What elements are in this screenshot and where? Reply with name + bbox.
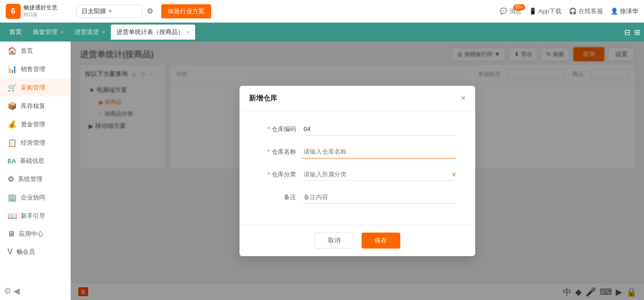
home-icon: 🏠 xyxy=(8,46,17,55)
app-center-icon: 🖥 xyxy=(8,230,15,238)
sidebar-item-purchase[interactable]: 🛒 采购管理 xyxy=(0,78,70,97)
app-download-btn[interactable]: 📱 App下载 xyxy=(529,7,561,16)
message-btn[interactable]: 💬 消息 99+ xyxy=(500,7,521,16)
sidebar-operations-label: 经营管理 xyxy=(21,139,45,147)
category-input[interactable] xyxy=(302,168,452,181)
sidebar-item-operations[interactable]: 📋 经营管理 xyxy=(0,133,70,152)
purchase-stats-tab-label: 进货单统计表（按商品） xyxy=(116,28,184,36)
basic-info-icon: EA xyxy=(8,158,16,165)
logo-text: 畅捷通好生意 xyxy=(24,4,58,12)
header-right: 💬 消息 99+ 📱 App下载 🎧 在线客服 👤 徐泽华 xyxy=(500,7,638,16)
sidebar-item-system[interactable]: ⚙ 系统管理 xyxy=(0,170,70,188)
content-area: 进货单统计(按商品) 🖨 按模板打印 ▼ ⬇ 导出 ↻ 刷新 xyxy=(71,42,644,300)
sidebar-item-inventory[interactable]: 📦 库存核算 xyxy=(0,97,70,115)
message-badge: 99+ xyxy=(513,4,525,10)
inventory-icon: 📦 xyxy=(8,101,17,110)
sidebar-guide-label: 新手引导 xyxy=(21,212,45,220)
username-label: 徐泽华 xyxy=(620,7,638,16)
operations-icon: 📋 xyxy=(8,138,17,147)
sidebar-item-finance[interactable]: 💰 资金管理 xyxy=(0,115,70,133)
form-row-code: 仓库编码 xyxy=(258,123,456,136)
modal-overlay: 新增仓库 × 仓库编码 仓库名称 仓库分类 xyxy=(71,42,644,300)
sidebar-item-enterprise[interactable]: 🏢 企业协同 xyxy=(0,188,70,207)
purchase-return-tab-close[interactable]: × xyxy=(102,29,105,35)
modal-close-btn[interactable]: × xyxy=(461,93,466,103)
sidebar-item-basic-info[interactable]: EA 基础信息 xyxy=(0,152,70,170)
form-row-remark: 备注 xyxy=(258,191,456,204)
sidebar-sales-label: 销售管理 xyxy=(21,65,45,74)
form-row-category: 仓库分类 ∨ xyxy=(258,168,456,181)
trial-button[interactable]: 体验行业方案 xyxy=(161,4,211,18)
user-avatar-btn[interactable]: 👤 徐泽华 xyxy=(611,7,638,16)
sidebar-item-vip[interactable]: V 畅会员 xyxy=(0,243,70,261)
category-select-wrap: ∨ xyxy=(302,168,456,181)
store-selector[interactable]: 日太阳膜 ▼ xyxy=(76,5,142,18)
sidebar-finance-label: 资金管理 xyxy=(21,120,45,129)
sidebar-app-center-label: 应用中心 xyxy=(19,230,43,238)
sidebar-collapse-btn[interactable]: ◀ xyxy=(13,286,20,296)
sidebar-item-home[interactable]: 🏠 首页 xyxy=(0,42,70,60)
user-icon: 👤 xyxy=(611,8,618,15)
new-warehouse-modal: 新增仓库 × 仓库编码 仓库名称 仓库分类 xyxy=(239,86,475,256)
modal-footer: 取消 保存 xyxy=(239,225,475,256)
logo-area: 6 畅捷通好生意 精品版 xyxy=(6,4,76,19)
modal-body: 仓库编码 仓库名称 仓库分类 ∨ xyxy=(239,111,475,225)
mobile-icon: 📱 xyxy=(529,8,537,15)
guide-icon: 📖 xyxy=(8,211,17,220)
remark-input[interactable] xyxy=(302,191,456,204)
tab-expand-btn[interactable]: ⊞ xyxy=(634,28,640,37)
system-icon: ⚙ xyxy=(8,175,14,183)
tab-purchase-stats[interactable]: 进货单统计表（按商品） × xyxy=(111,25,195,40)
sales-icon: 📊 xyxy=(8,65,17,74)
modal-header: 新增仓库 × xyxy=(239,86,475,111)
tab-restore-btn[interactable]: ⊟ xyxy=(624,28,630,37)
tab-account[interactable]: 账套管理 × xyxy=(27,25,69,40)
sidebar-settings-btn[interactable]: ⚙ xyxy=(4,286,11,296)
finance-icon: 💰 xyxy=(8,120,17,129)
top-header: 6 畅捷通好生意 精品版 日太阳膜 ▼ ⚙ 体验行业方案 💬 消息 99+ 📱 … xyxy=(0,0,644,23)
logo-sub: 精品版 xyxy=(24,11,58,18)
code-input[interactable] xyxy=(302,123,456,136)
tab-home[interactable]: 首页 xyxy=(4,25,27,40)
sidebar-enterprise-label: 企业协同 xyxy=(21,193,45,202)
sidebar-purchase-label: 采购管理 xyxy=(21,83,45,92)
remark-label: 备注 xyxy=(258,193,296,201)
enterprise-icon: 🏢 xyxy=(8,193,17,202)
sidebar-item-app-center[interactable]: 🖥 应用中心 xyxy=(0,225,70,243)
tab-purchase-return[interactable]: 进货退货 × xyxy=(69,25,110,40)
sidebar-inventory-label: 库存核算 xyxy=(21,102,45,110)
purchase-stats-tab-close[interactable]: × xyxy=(187,29,190,35)
sidebar-home-label: 首页 xyxy=(21,47,33,55)
headset-icon: 🎧 xyxy=(569,8,577,15)
name-input[interactable] xyxy=(302,145,456,158)
sidebar: 🏠 首页 📊 销售管理 🛒 采购管理 📦 库存核算 💰 资金管理 📋 经营管理 … xyxy=(0,42,71,300)
code-label: 仓库编码 xyxy=(258,125,296,133)
tab-bar: 首页 账套管理 × 进货退货 × 进货单统计表（按商品） × ⊟ ⊞ xyxy=(0,23,644,42)
app-logo-icon: 6 xyxy=(6,4,21,19)
sidebar-item-sales[interactable]: 📊 销售管理 xyxy=(0,60,70,78)
form-row-name: 仓库名称 xyxy=(258,145,456,158)
modal-title: 新增仓库 xyxy=(249,94,277,103)
sidebar-bottom: ⚙ ◀ xyxy=(0,282,70,300)
store-dropdown-arrow: ▼ xyxy=(108,8,113,14)
sidebar-system-label: 系统管理 xyxy=(18,175,42,183)
main-layout: 🏠 首页 📊 销售管理 🛒 采购管理 📦 库存核算 💰 资金管理 📋 经营管理 … xyxy=(0,42,644,300)
name-label: 仓库名称 xyxy=(258,148,296,156)
vip-icon: V xyxy=(8,248,13,256)
home-tab-label: 首页 xyxy=(9,28,22,36)
category-dropdown-arrow[interactable]: ∨ xyxy=(452,170,456,178)
save-btn[interactable]: 保存 xyxy=(362,233,400,249)
sidebar-item-guide[interactable]: 📖 新手引导 xyxy=(0,207,70,225)
purchase-icon: 🛒 xyxy=(8,83,17,92)
category-label: 仓库分类 xyxy=(258,170,296,179)
account-tab-close[interactable]: × xyxy=(60,29,63,35)
purchase-return-tab-label: 进货退货 xyxy=(74,28,99,36)
account-tab-label: 账套管理 xyxy=(33,28,58,36)
sidebar-vip-label: 畅会员 xyxy=(17,248,35,256)
message-icon: 💬 xyxy=(500,8,507,15)
online-service-btn[interactable]: 🎧 在线客服 xyxy=(569,7,603,16)
gear-button[interactable]: ⚙ xyxy=(142,4,157,19)
tab-bar-right: ⊟ ⊞ xyxy=(624,28,640,37)
sidebar-basic-info-label: 基础信息 xyxy=(20,157,44,165)
cancel-btn[interactable]: 取消 xyxy=(314,233,354,249)
